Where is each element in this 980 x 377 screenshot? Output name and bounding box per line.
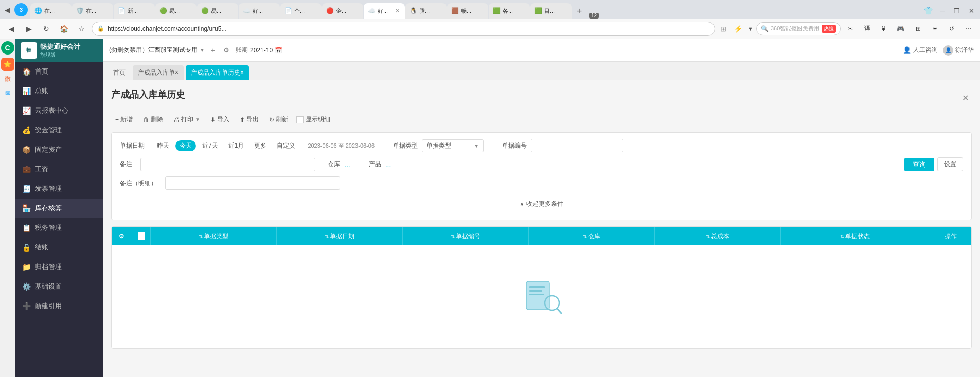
consultant-button[interactable]: 👤 人工咨询 bbox=[903, 46, 938, 55]
import-button[interactable]: ⬇ 导入 bbox=[206, 113, 234, 126]
th-cost[interactable]: ⇅ 总成本 bbox=[655, 227, 781, 245]
user-info[interactable]: 👤 徐泽华 bbox=[943, 45, 974, 56]
sidebar-item-invoice[interactable]: 🧾 发票管理 bbox=[15, 179, 103, 199]
export-label: 导出 bbox=[246, 115, 259, 124]
num-filter-input[interactable] bbox=[531, 139, 623, 152]
sidebar-item-home[interactable]: 🏠 首页 bbox=[15, 62, 103, 81]
breadcrumb-tab-list[interactable]: 产成品入库单× bbox=[133, 65, 184, 80]
browser-tab-13[interactable]: 🟩 目... bbox=[530, 3, 572, 19]
sidebar-item-report[interactable]: 📈 云报表中心 bbox=[15, 101, 103, 120]
theme-tool[interactable]: ☀ bbox=[928, 22, 942, 35]
browser-tab-active[interactable]: ☁️ 好... ✕ bbox=[364, 3, 405, 19]
company-selector[interactable]: (勿删勿禁用）江西服宝测试专用 ▼ bbox=[109, 46, 205, 55]
th-warehouse[interactable]: ⇅ 仓库 bbox=[529, 227, 655, 245]
browser-tab-4[interactable]: 🟢 易... bbox=[155, 3, 197, 19]
lightning-icon[interactable]: ⚡ bbox=[732, 25, 744, 33]
th-type[interactable]: ⇅ 单据类型 bbox=[151, 227, 277, 245]
company-settings-button[interactable]: ⚙ bbox=[221, 46, 231, 54]
sidebar-icon-1[interactable]: C bbox=[1, 41, 14, 55]
browser-tab-3[interactable]: 📄 新... bbox=[114, 3, 155, 19]
new-tab-button[interactable]: + bbox=[572, 4, 586, 19]
note-detail-input[interactable] bbox=[165, 176, 340, 190]
browser-tab-12[interactable]: 🟩 各... bbox=[489, 3, 530, 19]
browser-back-button[interactable]: ◀ bbox=[4, 22, 19, 36]
window-maximize-button[interactable]: ❒ bbox=[950, 5, 964, 16]
display-detail-checkbox[interactable] bbox=[296, 116, 304, 123]
layout-tool[interactable]: ⊞ bbox=[912, 22, 925, 35]
header-checkbox[interactable] bbox=[138, 232, 145, 240]
browser-refresh-button[interactable]: ↻ bbox=[39, 22, 54, 36]
product-filter-dots[interactable]: ... bbox=[385, 160, 391, 169]
date-btn-yesterday[interactable]: 昨天 bbox=[153, 140, 173, 151]
type-filter-select[interactable]: 单据类型 ▼ bbox=[422, 139, 484, 152]
salary-icon: 💼 bbox=[22, 165, 31, 174]
sidebar-item-tax[interactable]: 📋 税务管理 bbox=[15, 218, 103, 238]
sidebar-icon-2[interactable]: ⭐ bbox=[1, 58, 14, 71]
print-button[interactable]: 🖨 打印 ▼ bbox=[169, 113, 204, 126]
browser-tab-7[interactable]: 📄 个... bbox=[280, 3, 322, 19]
chevron-down-icon[interactable]: ▼ bbox=[747, 26, 753, 32]
type-dropdown-icon: ▼ bbox=[474, 143, 479, 149]
browser-tab-5[interactable]: 🟢 易... bbox=[197, 3, 238, 19]
browser-tab-1[interactable]: 🌐 在... bbox=[30, 3, 72, 19]
back-icon[interactable]: ◀ bbox=[2, 5, 12, 15]
browser-tab-8[interactable]: 🔴 企... bbox=[322, 3, 363, 19]
sync-tool[interactable]: ↺ bbox=[945, 22, 958, 35]
browser-forward-button[interactable]: ▶ bbox=[22, 22, 36, 36]
tab-label-5: 易... bbox=[211, 7, 221, 15]
sidebar-item-ledger[interactable]: 📊 总账 bbox=[15, 81, 103, 101]
th-settings[interactable]: ⚙ bbox=[112, 227, 132, 245]
window-close-button[interactable]: ✕ bbox=[965, 5, 978, 16]
scissors-tool[interactable]: ✂ bbox=[844, 22, 857, 35]
filter-settings-button[interactable]: 设置 bbox=[937, 157, 963, 171]
sidebar-item-newbill[interactable]: ➕ 新建引用 bbox=[15, 296, 103, 316]
warehouse-filter-dots[interactable]: ... bbox=[344, 160, 350, 169]
page-close-button[interactable]: ✕ bbox=[959, 92, 972, 104]
sidebar-item-fund[interactable]: 💰 资金管理 bbox=[15, 120, 103, 140]
sidebar-item-settings[interactable]: ⚙️ 基础设置 bbox=[15, 277, 103, 296]
date-btn-7days[interactable]: 近7天 bbox=[198, 140, 222, 151]
note-filter-input[interactable] bbox=[140, 158, 315, 171]
th-date[interactable]: ⇅ 单据日期 bbox=[277, 227, 403, 245]
translate-tool[interactable]: 译 bbox=[860, 22, 875, 35]
tab-favicon-5: 🟢 bbox=[201, 7, 209, 14]
currency-tool[interactable]: ¥ bbox=[878, 22, 889, 35]
grid-icon[interactable]: ⊞ bbox=[718, 25, 728, 33]
date-btn-1month[interactable]: 近1月 bbox=[224, 140, 248, 151]
browser-tab-6[interactable]: ☁️ 好... bbox=[239, 3, 280, 19]
th-status[interactable]: ⇅ 单据状态 bbox=[781, 227, 930, 245]
browser-tab-2[interactable]: 🛡️ 在... bbox=[72, 3, 113, 19]
url-bar[interactable]: 🔒 https://cloud.chanjet.com/accounting/u… bbox=[92, 22, 715, 36]
browser-home-button[interactable]: 🏠 bbox=[57, 22, 71, 36]
date-btn-more[interactable]: 更多 bbox=[250, 140, 271, 151]
sidebar-icon-3[interactable]: 微 bbox=[1, 72, 14, 85]
sidebar-item-close[interactable]: 🔒 结账 bbox=[15, 238, 103, 257]
date-btn-today[interactable]: 今天 bbox=[175, 140, 196, 151]
query-button[interactable]: 查询 bbox=[904, 158, 934, 171]
browser-bookmark-button[interactable]: ☆ bbox=[74, 22, 88, 36]
add-company-button[interactable]: + bbox=[209, 46, 217, 55]
th-num[interactable]: ⇅ 单据编号 bbox=[403, 227, 529, 245]
date-btn-custom[interactable]: 自定义 bbox=[273, 140, 299, 151]
sidebar-item-fixed[interactable]: 📦 固定资产 bbox=[15, 140, 103, 159]
refresh-button[interactable]: ↻ 刷新 bbox=[265, 113, 292, 126]
delete-button[interactable]: 🗑 删除 bbox=[139, 113, 167, 126]
browser-tab-11[interactable]: 🟫 畅... bbox=[447, 3, 488, 19]
browser-tab-10[interactable]: 🐧 腾... bbox=[405, 3, 447, 19]
360-search-box[interactable]: 🔍 360智能抠图免费用 热搜 bbox=[756, 22, 841, 35]
collapse-button[interactable]: ∧ 收起更多条件 bbox=[515, 198, 567, 210]
breadcrumb-tab-history[interactable]: 产成品入库单历史× bbox=[186, 65, 249, 80]
breadcrumb-home[interactable]: 首页 bbox=[107, 65, 132, 80]
window-minimize-button[interactable]: ─ bbox=[936, 5, 949, 16]
tab-close-active[interactable]: ✕ bbox=[394, 7, 401, 15]
period-selector[interactable]: 账期 2021-10 📅 bbox=[236, 46, 282, 55]
th-checkbox[interactable] bbox=[132, 227, 151, 245]
export-button[interactable]: ⬆ 导出 bbox=[236, 113, 263, 126]
sidebar-item-archive[interactable]: 📁 归档管理 bbox=[15, 257, 103, 277]
add-button[interactable]: + 新增 bbox=[111, 113, 137, 126]
more-tools[interactable]: ⋯ bbox=[961, 22, 976, 35]
sidebar-item-inventory[interactable]: 🏪 库存核算 bbox=[15, 199, 103, 218]
sidebar-item-salary[interactable]: 💼 工资 bbox=[15, 159, 103, 179]
game-tool[interactable]: 🎮 bbox=[893, 22, 908, 35]
sidebar-icon-4[interactable]: ✉ bbox=[1, 86, 14, 100]
